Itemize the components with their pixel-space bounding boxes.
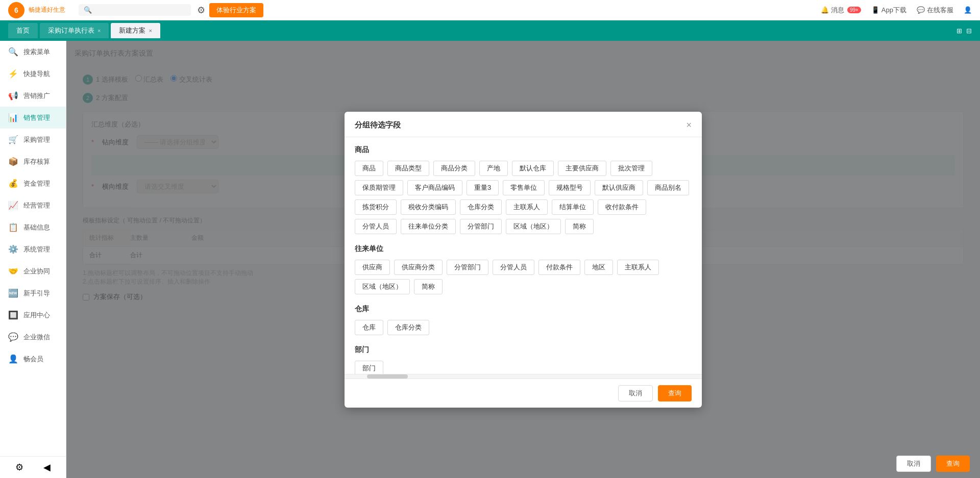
field-tag[interactable]: 仓库分类 [387,320,429,335]
user-avatar[interactable]: 👤 [964,6,972,14]
field-tag[interactable]: 简称 [414,279,443,294]
search-box[interactable]: 🔍 [79,4,191,16]
tab-bar-expand[interactable]: ⊟ [966,27,972,35]
notification-label: 消息 [831,6,844,15]
download-icon: 📱 [871,6,879,14]
field-tag[interactable]: 供应商 [355,260,390,275]
member-icon: 👤 [8,354,18,364]
field-tag[interactable]: 地区 [584,260,613,275]
sidebar-marketing-label: 营销推广 [23,91,50,100]
tab-bar-collapse[interactable]: ⊞ [957,27,962,35]
field-tag[interactable]: 拣货积分 [355,199,397,215]
sidebar-item-sales[interactable]: 📊 销售管理 [0,107,66,129]
tab-bar: 首页 采购订单执行表 × 新建方案 × ⊞ ⊟ [0,20,980,41]
sidebar-item-base[interactable]: 📋 基础信息 [0,216,66,238]
sidebar-item-member[interactable]: 👤 畅会员 [0,348,66,370]
field-tag[interactable]: 往来单位分类 [401,219,456,234]
online-service-item[interactable]: 💬 在线客服 [917,6,953,15]
field-tag[interactable]: 商品别名 [647,180,689,195]
field-tag[interactable]: 收付款条件 [598,199,646,215]
modal-body[interactable]: 商品 商品 商品类型 商品分类 产地 默认仓库 主要供应商 批次管理 保质期管理… [345,137,702,374]
field-tag[interactable]: 重量3 [467,180,499,195]
tab-new-scheme[interactable]: 新建方案 × [111,23,160,38]
sidebar-purchase-label: 采购管理 [23,135,50,144]
section-department: 部门 部门 [355,345,692,374]
sidebar-item-quick-nav[interactable]: ⚡ 快捷导航 [0,63,66,85]
global-footer: 取消 查询 [886,449,980,478]
section-goods: 商品 商品 商品类型 商品分类 产地 默认仓库 主要供应商 批次管理 保质期管理… [355,145,692,234]
sidebar-item-inventory[interactable]: 📦 库存核算 [0,150,66,172]
online-service-label: 在线客服 [927,6,953,15]
top-actions: ⚙ 体验行业方案 [197,3,263,17]
system-icon: ⚙️ [8,244,18,254]
field-tag[interactable]: 分管人员 [355,219,397,234]
sidebar-settings-icon[interactable]: ⚙ [15,462,23,473]
modal-close-btn[interactable]: × [686,120,692,131]
field-tag[interactable]: 商品类型 [387,161,429,176]
modal-cancel-btn[interactable]: 取消 [618,385,653,401]
field-tag[interactable]: 供应商分类 [394,260,443,275]
tab-purchase-order-label: 采购订单执行表 [48,26,94,35]
tab-home[interactable]: 首页 [8,23,38,38]
field-tag[interactable]: 规格型号 [549,180,591,195]
modal-overlay: 分组待选字段 × 商品 商品 商品类型 商品分类 产地 默认仓库 主要供应商 批… [66,41,980,478]
field-tag[interactable]: 主要供应商 [558,161,606,176]
sidebar-member-label: 畅会员 [23,355,43,364]
field-tag[interactable]: 客户商品编码 [407,180,462,195]
notification-item[interactable]: 🔔 消息 99+ [821,6,861,15]
base-icon: 📋 [8,222,18,232]
purchase-icon: 🛒 [8,135,18,144]
tab-home-label: 首页 [16,26,30,35]
counterparty-field-tags: 供应商 供应商分类 分管部门 分管人员 付款条件 地区 主联系人 区域（地区） … [355,260,692,294]
sidebar: 🔍 搜索菜单 ⚡ 快捷导航 📢 营销推广 📊 销售管理 🛒 采购管理 📦 库存核… [0,41,66,478]
field-tag[interactable]: 区域（地区） [506,219,561,234]
field-tag[interactable]: 区域（地区） [355,279,410,294]
field-tag[interactable]: 分管部门 [460,219,502,234]
field-tag[interactable]: 分管部门 [447,260,488,275]
sidebar-item-guide[interactable]: 🆕 新手引导 [0,282,66,304]
tab-purchase-order[interactable]: 采购订单执行表 × [40,23,109,38]
sidebar-item-wechat[interactable]: 💬 企业微信 [0,326,66,348]
modal-horizontal-scrollbar[interactable] [345,374,702,379]
sidebar-item-finance[interactable]: 💰 资金管理 [0,172,66,194]
search-input[interactable] [92,6,174,14]
modal-confirm-btn[interactable]: 查询 [658,385,692,401]
field-tag[interactable]: 主联系人 [506,199,548,215]
logo-area: 6 畅捷通好生意 [8,2,75,18]
department-field-tags: 部门 [355,361,692,374]
sidebar-item-marketing[interactable]: 📢 营销推广 [0,85,66,107]
global-confirm-btn[interactable]: 查询 [936,456,970,472]
field-tag[interactable]: 付款条件 [538,260,580,275]
field-tag[interactable]: 默认供应商 [595,180,643,195]
field-tag[interactable]: 部门 [355,361,383,374]
settings-icon[interactable]: ⚙ [197,5,205,16]
sidebar-item-purchase[interactable]: 🛒 采购管理 [0,129,66,150]
field-tag[interactable]: 产地 [479,161,508,176]
field-tag[interactable]: 简称 [565,219,594,234]
tab-new-scheme-close[interactable]: × [149,28,152,34]
field-tag[interactable]: 批次管理 [610,161,652,176]
field-tag[interactable]: 税收分类编码 [401,199,456,215]
field-tag[interactable]: 商品 [355,161,383,176]
sidebar-inventory-label: 库存核算 [23,157,50,166]
field-tag[interactable]: 主联系人 [617,260,659,275]
field-tag[interactable]: 零售单位 [503,180,545,195]
sidebar-item-operations[interactable]: 📈 经营管理 [0,194,66,216]
global-cancel-btn[interactable]: 取消 [896,456,931,472]
sidebar-item-search[interactable]: 🔍 搜索菜单 [0,41,66,63]
sidebar-item-app-center[interactable]: 🔲 应用中心 [0,304,66,326]
experience-btn[interactable]: 体验行业方案 [209,3,263,17]
app-download-item[interactable]: 📱 App下载 [871,6,906,15]
field-tag[interactable]: 仓库分类 [460,199,502,215]
sidebar-item-cooperation[interactable]: 🤝 企业协同 [0,260,66,282]
field-tag[interactable]: 默认仓库 [512,161,554,176]
field-tag[interactable]: 分管人员 [493,260,534,275]
field-tag[interactable]: 结算单位 [552,199,594,215]
field-tag[interactable]: 保质期管理 [355,180,403,195]
sidebar-collapse-icon[interactable]: ◀ [43,462,51,473]
tab-purchase-order-close[interactable]: × [97,28,101,34]
service-icon: 💬 [917,6,925,14]
field-tag[interactable]: 仓库 [355,320,383,335]
sidebar-item-system[interactable]: ⚙️ 系统管理 [0,238,66,260]
field-tag[interactable]: 商品分类 [433,161,475,176]
